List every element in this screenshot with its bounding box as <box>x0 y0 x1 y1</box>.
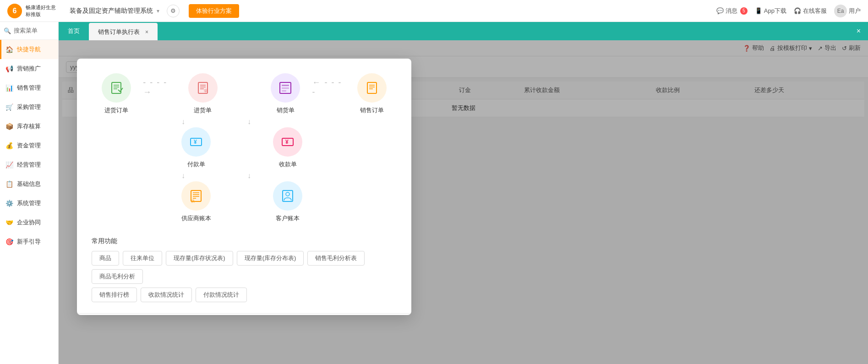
modal-overlay[interactable]: 进货订单 - - - - → <box>59 40 868 364</box>
down-arrow-purchase: ↓ <box>169 118 198 125</box>
tab-close-icon[interactable]: × <box>145 29 148 35</box>
flow-node-receipt[interactable]: ¥ 收款单 <box>260 127 315 168</box>
flow-node-payment[interactable]: ¥ 付款单 <box>169 127 224 168</box>
top-right: 💬 消息 5 📱 App下载 🎧 在线客服 Ea 用户 <box>716 5 861 17</box>
sidebar-item-purchase[interactable]: 🛒 采购管理 <box>0 98 58 117</box>
flow-node-purchase-order[interactable]: 进货订单 <box>92 73 141 114</box>
func-btn-payment-stat[interactable]: 付款情况统计 <box>196 288 247 302</box>
arrow-h-dashed-2: ← - - - - <box>312 78 345 110</box>
supplier-ledger-label: 供应商账本 <box>181 214 211 223</box>
trend-icon: 📈 <box>5 161 13 169</box>
headset-icon: 🎧 <box>794 7 801 14</box>
purchase-bill-circle: ↓ <box>188 73 218 103</box>
func-btn-goods[interactable]: 商品 <box>92 251 119 266</box>
sale-bill-label: 销货单 <box>277 106 295 114</box>
arrow-down-row-2: ↓ ↓ <box>92 172 397 179</box>
sidebar-search[interactable]: 🔍 搜索菜单 <box>0 22 58 40</box>
svg-rect-13 <box>282 90 286 92</box>
search-icon: 🔍 <box>4 27 11 34</box>
system-title: 装备及固定资产辅助管理系统 ▾ ⚙ 体验行业方案 <box>70 4 239 18</box>
phone-icon: 📱 <box>755 7 762 14</box>
flow-node-supplier-ledger[interactable]: 供 供应商账本 <box>169 181 224 223</box>
sidebar-item-sales[interactable]: 📊 销售管理 <box>0 78 58 98</box>
box-icon: 📦 <box>5 122 13 130</box>
receipt-label: 收款单 <box>279 160 297 168</box>
sidebar-item-operations[interactable]: 📈 经营管理 <box>0 155 58 174</box>
supplier-ledger-icon: 供 <box>189 189 203 203</box>
online-service-button[interactable]: 🎧 在线客服 <box>794 7 827 15</box>
svg-point-29 <box>286 192 289 196</box>
money-icon: 💰 <box>5 141 13 150</box>
sidebar-item-enterprise[interactable]: 🤝 企业协同 <box>0 213 58 232</box>
func-btn-contacts[interactable]: 往来单位 <box>123 251 162 266</box>
customer-ledger-circle <box>273 181 302 211</box>
flow-diagram: 进货订单 - - - - → <box>92 73 397 226</box>
sidebar-item-basic-info[interactable]: 📋 基础信息 <box>0 174 58 194</box>
system-name: 装备及固定资产辅助管理系统 <box>70 7 153 15</box>
sidebar-item-marketing[interactable]: 📢 营销推广 <box>0 59 58 78</box>
sidebar: 🔍 搜索菜单 🏠 快捷导航 📢 营销推广 📊 销售管理 🛒 采购管理 <box>0 22 59 364</box>
flow-node-sale-order[interactable]: 销售订单 <box>347 73 397 114</box>
app-download-button[interactable]: 📱 App下载 <box>755 7 786 15</box>
main-area: 🔍 搜索菜单 🏠 快捷导航 📢 营销推广 📊 销售管理 🛒 采购管理 <box>0 22 868 364</box>
sidebar-item-inventory[interactable]: 📦 库存核算 <box>0 117 58 136</box>
home-icon: 🏠 <box>5 45 13 54</box>
svg-text:↓: ↓ <box>205 89 207 93</box>
arrow-h-dashed-1: - - - - → <box>143 78 176 110</box>
target-icon: 🎯 <box>5 238 13 246</box>
func-btn-goods-margin[interactable]: 商品毛利分析 <box>92 269 143 284</box>
payment-label: 付款单 <box>187 160 205 168</box>
tab-sales-order[interactable]: 销售订单执行表 × <box>89 23 158 41</box>
purchase-order-label: 进货订单 <box>104 106 128 114</box>
messages-button[interactable]: 💬 消息 5 <box>716 7 748 15</box>
svg-rect-11 <box>282 85 289 86</box>
flow-row-1: ¥ 付款单 <box>92 127 397 168</box>
func-buttons-row: 商品 往来单位 现存量(库存状况表) 现存量(库存分布表) 销售毛利分析表 商品… <box>92 251 397 284</box>
tab-close-right[interactable]: × <box>857 27 868 35</box>
sidebar-item-quick-nav[interactable]: 🏠 快捷导航 <box>0 40 58 59</box>
cart-icon: 🛒 <box>5 103 13 111</box>
func-btn-receipt-stat[interactable]: 收款情况统计 <box>141 288 192 302</box>
tab-bar: 首页 销售订单执行表 × × <box>59 22 868 40</box>
svg-rect-12 <box>282 87 289 89</box>
content-area: 首页 销售订单执行表 × × ❓ 帮助 <box>59 22 868 364</box>
flow-row-2: 供 供应商账本 <box>92 181 397 223</box>
svg-text:供: 供 <box>191 199 195 203</box>
flow-node-purchase-bill[interactable]: ↓ 进货单 <box>178 73 228 114</box>
sidebar-item-finance[interactable]: 💰 资金管理 <box>0 136 58 155</box>
sidebar-item-system[interactable]: ⚙️ 系统管理 <box>0 194 58 213</box>
func-btn-sales-margin[interactable]: 销售毛利分析表 <box>307 251 365 266</box>
func-btn-stock-dist[interactable]: 现存量(库存分布表) <box>237 251 304 266</box>
clipboard-icon: 📋 <box>5 180 13 188</box>
user-menu[interactable]: Ea 用户 <box>834 5 861 17</box>
sidebar-item-tutorial[interactable]: 🎯 新手引导 <box>0 232 58 251</box>
sale-order-label: 销售订单 <box>360 106 384 114</box>
customer-ledger-label: 客户账本 <box>276 214 300 223</box>
arrow-down-row-1: ↓ ↓ <box>92 118 397 125</box>
func-btn-stock-status[interactable]: 现存量(库存状况表) <box>166 251 233 266</box>
trial-button[interactable]: 体验行业方案 <box>189 4 239 18</box>
megaphone-icon: 📢 <box>5 65 13 73</box>
page-content: ❓ 帮助 🖨 按模板打印 ▾ ↗ 导出 ↺ <box>59 40 868 364</box>
settings-icon[interactable]: ⚙ <box>167 5 180 17</box>
common-functions-title: 常用功能 <box>92 237 397 245</box>
dropdown-arrow-icon[interactable]: ▾ <box>157 8 159 14</box>
customer-ledger-icon <box>280 189 295 203</box>
purchase-bill-label: 进货单 <box>194 106 212 114</box>
app-container: 6 畅康通好生意 标推版 装备及固定资产辅助管理系统 ▾ ⚙ 体验行业方案 💬 … <box>0 0 868 364</box>
handshake-icon: 🤝 <box>5 218 13 227</box>
messages-badge: 5 <box>740 7 748 15</box>
sale-order-icon <box>365 81 379 95</box>
func-btn-sales-rank[interactable]: 销售排行榜 <box>92 288 137 302</box>
tab-home[interactable]: 首页 <box>59 22 89 40</box>
common-functions: 常用功能 商品 往来单位 现存量(库存状况表) 现存量(库存分布表) 销售毛利分… <box>92 237 397 302</box>
gear-icon: ⚙️ <box>5 199 13 207</box>
flow-row-0: 进货订单 - - - - → <box>92 73 397 114</box>
flow-node-sale-bill[interactable]: 销货单 <box>261 73 310 114</box>
payment-icon: ¥ <box>189 135 203 149</box>
flow-node-customer-ledger[interactable]: 客户账本 <box>260 181 315 223</box>
logo-icon: 6 <box>7 4 22 18</box>
receipt-circle: ¥ <box>273 127 302 157</box>
chart-icon: 📊 <box>5 84 13 92</box>
sale-bill-circle <box>271 73 300 103</box>
